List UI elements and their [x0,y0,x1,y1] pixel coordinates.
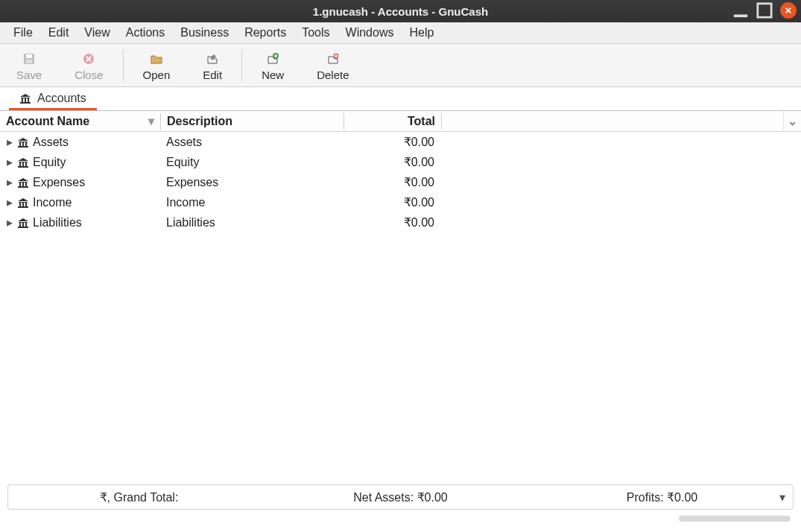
scrollbar-thumb[interactable] [679,516,791,522]
account-total: ₹0.00 [343,175,440,189]
horizontal-scrollbar[interactable] [0,513,801,526]
maximize-button[interactable] [756,2,773,19]
menubar: File Edit View Actions Business Reports … [0,22,801,44]
sort-descending-icon: ▾ [148,114,154,128]
account-total: ₹0.00 [343,215,440,229]
menu-help[interactable]: Help [402,24,441,42]
bank-icon [15,157,31,168]
bank-icon [19,93,31,104]
toolbar-save-label: Save [16,69,42,81]
toolbar-open[interactable]: Open [127,48,187,83]
accounts-tree: Account Name ▾ Description Total ⌄ ▸Asse… [0,111,801,478]
account-name: Income [31,196,160,209]
open-icon [150,51,163,67]
bank-icon [15,137,31,148]
summary-bar[interactable]: ₹, Grand Total: Net Assets: ₹0.00 Profit… [7,484,794,510]
toolbar-close: Close [58,48,119,83]
svg-rect-6 [26,60,32,63]
tab-accounts[interactable]: Accounts [9,87,97,110]
column-account-name[interactable]: Account Name ▾ [0,114,160,128]
summary-net-assets: Net Assets: ₹0.00 [270,490,531,504]
account-name: Expenses [31,176,160,189]
expand-icon[interactable]: ▸ [0,215,15,229]
expand-icon[interactable]: ▸ [0,175,15,189]
column-chooser[interactable]: ⌄ [783,111,801,131]
toolbar-edit-label: Edit [203,69,222,81]
tabstrip: Accounts [0,87,801,111]
toolbar: Save Close Open Edit New Delete [0,44,801,87]
maximize-icon [756,2,773,19]
table-header: Account Name ▾ Description Total ⌄ [0,111,801,132]
expand-icon[interactable]: ▸ [0,155,15,169]
new-icon [266,51,279,67]
menu-reports[interactable]: Reports [237,24,294,42]
close-doc-icon [82,51,95,67]
account-description: Equity [160,156,343,169]
column-description[interactable]: Description [161,115,343,128]
account-name: Assets [31,136,160,149]
svg-rect-0 [734,15,747,18]
account-row[interactable]: ▸AssetsAssets₹0.00 [0,132,801,152]
account-total: ₹0.00 [343,155,440,169]
summary-profits: Profits: ₹0.00 [531,490,793,504]
menu-view[interactable]: View [77,24,117,42]
account-name: Liabilities [31,216,160,229]
account-total: ₹0.00 [343,135,440,149]
window-controls [732,2,797,19]
minimize-icon [732,2,749,19]
delete-icon [326,51,340,67]
app-window: 1.gnucash - Accounts - GnuCash File Edit… [0,0,801,532]
toolbar-new-label: New [262,69,284,81]
titlebar: 1.gnucash - Accounts - GnuCash [0,0,801,22]
account-description: Liabilities [160,216,343,229]
close-icon [785,7,792,14]
toolbar-save: Save [0,48,58,83]
save-icon [22,51,36,67]
account-description: Income [160,196,343,209]
menu-business[interactable]: Business [173,24,236,42]
toolbar-close-label: Close [75,69,103,81]
toolbar-separator-2 [241,50,242,81]
expand-icon[interactable]: ▸ [0,195,15,209]
toolbar-delete[interactable]: Delete [300,48,365,83]
edit-icon [206,51,219,67]
toolbar-new[interactable]: New [245,48,300,83]
toolbar-separator [123,50,124,81]
tab-accounts-label: Accounts [37,92,86,105]
close-window-button[interactable] [780,2,797,19]
menu-actions[interactable]: Actions [118,24,172,42]
expand-icon[interactable]: ▸ [0,135,15,149]
account-description: Expenses [160,176,343,189]
account-description: Assets [160,136,343,149]
minimize-button[interactable] [732,2,749,19]
account-row[interactable]: ▸EquityEquity₹0.00 [0,152,801,172]
account-name: Equity [31,156,160,169]
svg-rect-1 [758,4,771,17]
svg-rect-5 [26,54,32,58]
summary-grand-total: ₹, Grand Total: [8,490,270,504]
menu-windows[interactable]: Windows [338,24,402,42]
chevron-down-icon: ▾ [779,490,785,504]
toolbar-edit[interactable]: Edit [186,48,238,83]
bank-icon [15,197,31,208]
menu-file[interactable]: File [6,24,40,42]
bank-icon [15,177,31,188]
account-row[interactable]: ▸ExpensesExpenses₹0.00 [0,172,801,192]
menu-edit[interactable]: Edit [41,24,77,42]
toolbar-delete-label: Delete [317,69,349,81]
window-title: 1.gnucash - Accounts - GnuCash [313,5,488,18]
toolbar-open-label: Open [143,69,171,81]
account-row[interactable]: ▸IncomeIncome₹0.00 [0,192,801,212]
account-row[interactable]: ▸LiabilitiesLiabilities₹0.00 [0,212,801,232]
menu-tools[interactable]: Tools [294,24,337,42]
accounts-tree-body: ▸AssetsAssets₹0.00▸EquityEquity₹0.00▸Exp… [0,132,801,478]
account-total: ₹0.00 [343,195,440,209]
column-account-name-label: Account Name [6,115,89,128]
bank-icon [15,218,31,228]
column-total[interactable]: Total [344,115,441,128]
